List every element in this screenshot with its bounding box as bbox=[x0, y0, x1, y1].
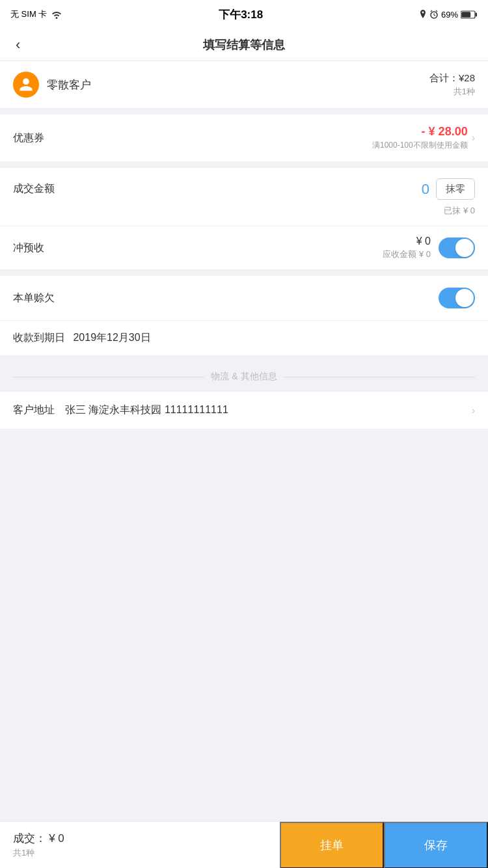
deal-amount-right: 0 抹零 bbox=[422, 178, 475, 200]
nav-bar: ‹ 填写结算等信息 bbox=[0, 29, 488, 61]
logistics-label: 物流 & 其他信息 bbox=[211, 371, 277, 383]
avatar bbox=[13, 72, 39, 98]
customer-name: 零散客户 bbox=[47, 77, 91, 92]
prepay-row: 冲预收 ¥ 0 应收金额 ¥ 0 bbox=[0, 226, 488, 269]
bottom-deal-value: ¥ 0 bbox=[49, 832, 64, 845]
prepay-amount-block: ¥ 0 应收金额 ¥ 0 bbox=[383, 236, 431, 260]
svg-rect-3 bbox=[461, 12, 470, 18]
prepay-amount: ¥ 0 bbox=[383, 236, 431, 247]
prepay-right: ¥ 0 应收金额 ¥ 0 bbox=[383, 236, 475, 260]
debt-toggle-knob bbox=[455, 289, 474, 307]
debt-section: 本单赊欠 收款到期日 2019年12月30日 bbox=[0, 276, 488, 355]
prepay-toggle[interactable] bbox=[439, 237, 475, 258]
customer-section: 零散客户 合计：¥28 共1种 bbox=[0, 61, 488, 108]
due-date-label: 收款到期日 bbox=[13, 332, 65, 343]
coupon-chevron: › bbox=[472, 132, 475, 144]
no-sim-label: 无 SIM 卡 bbox=[10, 8, 47, 20]
coupon-amount: - ¥ 28.00 bbox=[372, 125, 468, 139]
debt-row: 本单赊欠 bbox=[0, 276, 488, 320]
content: 零散客户 合计：¥28 共1种 优惠券 - ¥ 28.00 满1000-100不… bbox=[0, 61, 488, 487]
address-label: 客户地址 bbox=[13, 403, 55, 417]
coupon-section[interactable]: 优惠券 - ¥ 28.00 满1000-100不限制使用金额 › bbox=[0, 115, 488, 161]
deal-amount-value: 0 bbox=[422, 181, 429, 198]
round-button[interactable]: 抹零 bbox=[436, 178, 475, 200]
customer-count: 共1种 bbox=[429, 86, 475, 98]
coupon-right: - ¥ 28.00 满1000-100不限制使用金额 › bbox=[372, 125, 475, 151]
toggle-knob bbox=[455, 239, 474, 257]
due-date-row: 收款到期日 2019年12月30日 bbox=[0, 320, 488, 355]
address-chevron: › bbox=[472, 405, 475, 416]
deal-section: 成交金额 0 抹零 已抹 ¥ 0 冲预收 ¥ 0 应收金额 ¥ 0 bbox=[0, 168, 488, 269]
hold-button[interactable]: 挂单 bbox=[280, 822, 384, 869]
due-date-value: 2019年12月30日 bbox=[73, 332, 150, 343]
logistics-line-right bbox=[284, 377, 475, 377]
status-right: 69% bbox=[419, 10, 478, 20]
page-title: 填写结算等信息 bbox=[203, 37, 285, 53]
customer-right: 合计：¥28 共1种 bbox=[429, 72, 475, 98]
save-button[interactable]: 保存 bbox=[384, 822, 488, 869]
address-section[interactable]: 客户地址 张三 海淀永丰科技园 11111111111 › bbox=[0, 392, 488, 429]
status-bar: 无 SIM 卡 下午3:18 69% bbox=[0, 0, 488, 29]
debt-toggle[interactable] bbox=[439, 288, 475, 308]
coupon-desc: 满1000-100不限制使用金额 bbox=[372, 140, 468, 151]
battery-icon bbox=[461, 10, 478, 19]
person-icon bbox=[18, 77, 34, 92]
bottom-deal-row: 成交： ¥ 0 bbox=[13, 831, 267, 846]
back-button[interactable]: ‹ bbox=[10, 31, 25, 59]
address-row[interactable]: 客户地址 张三 海淀永丰科技园 11111111111 › bbox=[0, 392, 488, 429]
status-left: 无 SIM 卡 bbox=[10, 8, 62, 20]
alarm-icon bbox=[429, 10, 439, 19]
deal-amount-row: 成交金额 0 抹零 bbox=[0, 168, 488, 205]
customer-left: 零散客户 bbox=[13, 72, 91, 98]
address-value: 张三 海淀永丰科技园 11111111111 bbox=[65, 403, 472, 417]
bottom-bar: 成交： ¥ 0 共1种 挂单 保存 bbox=[0, 821, 488, 868]
bottom-deal-label: 成交： bbox=[13, 832, 46, 845]
coupon-row[interactable]: 优惠券 - ¥ 28.00 满1000-100不限制使用金额 › bbox=[0, 115, 488, 161]
svg-rect-2 bbox=[476, 12, 478, 16]
wifi-icon bbox=[51, 10, 62, 19]
location-icon bbox=[419, 10, 427, 19]
prepay-label: 冲预收 bbox=[13, 241, 44, 255]
status-time: 下午3:18 bbox=[219, 7, 263, 22]
deal-sub: 已抹 ¥ 0 bbox=[0, 205, 488, 226]
logistics-line-left bbox=[13, 377, 204, 377]
logistics-section: 物流 & 其他信息 bbox=[0, 362, 488, 392]
customer-total: 合计：¥28 bbox=[429, 72, 475, 85]
prepay-sub: 应收金额 ¥ 0 bbox=[383, 249, 431, 260]
logistics-divider: 物流 & 其他信息 bbox=[13, 371, 475, 383]
coupon-label: 优惠券 bbox=[13, 131, 44, 145]
deal-amount-label: 成交金额 bbox=[13, 182, 55, 196]
customer-row: 零散客户 合计：¥28 共1种 bbox=[0, 61, 488, 108]
bottom-info: 成交： ¥ 0 共1种 bbox=[0, 831, 280, 859]
debt-label: 本单赊欠 bbox=[13, 292, 55, 305]
battery-label: 69% bbox=[441, 10, 458, 20]
bottom-count: 共1种 bbox=[13, 847, 267, 859]
